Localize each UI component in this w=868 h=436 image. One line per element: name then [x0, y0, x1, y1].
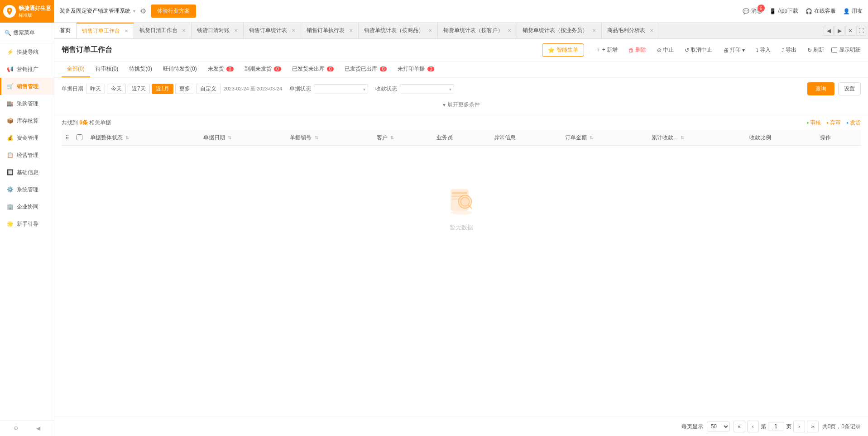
industry-solution-btn[interactable]: 体验行业方案: [151, 5, 196, 18]
show-detail-checkbox[interactable]: 显示明细: [831, 46, 861, 54]
settings-icon[interactable]: ⚙: [14, 425, 19, 431]
tab-product-margin[interactable]: 商品毛利分析表 ✕: [602, 23, 659, 39]
tab-sales-workbench[interactable]: 销售订单工作台 ✕: [77, 23, 134, 39]
sub-tab-wangpu[interactable]: 旺铺待发货(0): [158, 62, 202, 77]
expand-more-btn[interactable]: ▾ 展开更多条件: [443, 101, 480, 109]
tab-summary-product-close[interactable]: ✕: [428, 28, 432, 33]
sidebar-item-ops[interactable]: 📋 经营管理: [0, 147, 54, 164]
delete-btn[interactable]: 🗑 删除: [625, 44, 650, 56]
sidebar-item-base[interactable]: 🔲 基础信息: [0, 164, 54, 181]
page-prev-btn[interactable]: ‹: [747, 421, 759, 432]
filter-date-yesterday[interactable]: 昨天: [86, 84, 105, 94]
sort-status-icon[interactable]: ⇅: [125, 135, 129, 140]
tab-home[interactable]: 首页: [54, 23, 77, 39]
online-service-btn[interactable]: 🎧 在线客服: [806, 7, 836, 15]
sidebar-item-guide[interactable]: 🌟 新手引导: [0, 215, 54, 232]
tab-product-margin-close[interactable]: ✕: [650, 28, 653, 33]
th-checkbox[interactable]: [73, 130, 86, 146]
sidebar-item-system[interactable]: ⚙️ 系统管理: [0, 181, 54, 198]
tab-sales-summary-staff[interactable]: 销货单统计表（按业务员） ✕: [517, 23, 602, 39]
sidebar-item-label: 企业协同: [17, 203, 38, 211]
sub-tab-pending-inspect[interactable]: 待挑货(0): [124, 62, 158, 77]
refresh-btn[interactable]: ↻ 刷新: [804, 44, 828, 56]
sub-tab-all[interactable]: 全部(0): [62, 62, 90, 77]
filter-date-custom[interactable]: 自定义: [196, 84, 221, 94]
tab-summary-customer-close[interactable]: ✕: [508, 28, 511, 33]
tab-maximize[interactable]: ⛶: [856, 26, 866, 36]
app-download-btn[interactable]: 📱 App下载: [769, 7, 798, 15]
sort-customer-icon[interactable]: ⇅: [390, 135, 394, 140]
select-all-checkbox[interactable]: [77, 134, 82, 140]
sidebar-item-corp[interactable]: 🏢 企业协同: [0, 198, 54, 215]
status-select[interactable]: [314, 84, 368, 94]
sub-tab-shipped-not-out[interactable]: 已发货未出库 0: [287, 62, 340, 77]
search-menu-btn[interactable]: 🔍 搜索菜单: [3, 26, 51, 39]
filter-settings-btn[interactable]: 设置: [838, 82, 861, 95]
tab-sales-summary-customer[interactable]: 销货单统计表（按客户） ✕: [438, 23, 517, 39]
tab-scroll-next[interactable]: ▶: [834, 26, 844, 36]
page-next-btn[interactable]: ›: [793, 421, 805, 432]
filter-date-today[interactable]: 今天: [107, 84, 126, 94]
cancel-stop-btn[interactable]: ↺ 取消中止: [681, 44, 716, 56]
payment-select[interactable]: [400, 84, 454, 94]
print-btn[interactable]: 🖨 打印 ▾: [719, 44, 748, 56]
collapse-icon[interactable]: ◀: [36, 425, 40, 431]
tab-scroll-prev[interactable]: ◀: [824, 26, 834, 36]
tab-sales-exec-label: 销售订单执行表: [307, 27, 345, 34]
topbar-gear-icon[interactable]: ⚙: [140, 7, 146, 15]
tab-sales-exec-close[interactable]: ✕: [349, 28, 353, 33]
sidebar-item-label: 销售管理: [17, 83, 38, 90]
sub-tab-not-printed[interactable]: 未打印单据 0: [392, 62, 440, 77]
message-btn[interactable]: 💬 消息 6: [743, 7, 762, 15]
page-input[interactable]: [768, 422, 784, 431]
stop-btn[interactable]: ⊘ 中止: [653, 44, 677, 56]
filter-date-7days[interactable]: 近7天: [128, 84, 150, 94]
title-dropdown-arrow[interactable]: ▾: [133, 9, 135, 14]
bulk-ship-btn[interactable]: 发货: [846, 119, 861, 127]
sidebar-item-quick-nav[interactable]: ⚡ 快捷导航: [0, 43, 54, 61]
page-header: 销售订单工作台 ⭐ 智能生单 ＋ + 新增 🗑 删除 ⊘ 中止: [54, 39, 868, 62]
bulk-review-btn[interactable]: 审核: [806, 119, 821, 127]
tab-close-all[interactable]: ✕: [845, 26, 855, 36]
page-last-btn[interactable]: »: [807, 421, 819, 432]
sidebar-item-label: 库存核算: [17, 117, 38, 125]
tab-sales-stats[interactable]: 销售订单统计表 ✕: [244, 23, 301, 39]
show-detail-input[interactable]: [831, 47, 837, 53]
sub-tab-shipped-out[interactable]: 已发货已出库 0: [339, 62, 392, 77]
page-size-select[interactable]: 50 20 100: [707, 422, 730, 431]
tab-summary-staff-label: 销货单统计表（按业务员）: [523, 27, 588, 34]
tab-cash-reconcile[interactable]: 钱货日清对账 ✕: [192, 23, 244, 39]
filter-date-1month[interactable]: 近1月: [152, 84, 174, 94]
query-btn[interactable]: 查询: [807, 82, 834, 95]
sub-tab-not-shipped[interactable]: 未发货 0: [202, 62, 239, 77]
page-first-btn[interactable]: «: [734, 421, 745, 432]
filter-date-more[interactable]: 更多: [175, 84, 194, 94]
sidebar-item-marketing[interactable]: 📢 营销推广: [0, 61, 54, 78]
smart-create-btn[interactable]: ⭐ 智能生单: [542, 43, 584, 57]
sort-date-icon[interactable]: ⇅: [228, 135, 231, 140]
tab-sales-summary-product[interactable]: 销货单统计表（按商品） ✕: [359, 23, 438, 39]
sidebar-item-sales[interactable]: 🛒 销售管理: [0, 78, 54, 95]
sub-tab-pending-review[interactable]: 待审核(0): [90, 62, 124, 77]
sort-amount-icon[interactable]: ⇅: [590, 135, 593, 140]
sidebar-item-purchase[interactable]: 🏬 采购管理: [0, 95, 54, 112]
user-menu-btn[interactable]: 👤 用友: [843, 7, 863, 15]
tab-sales-workbench-close[interactable]: ✕: [125, 28, 128, 33]
tab-sales-stats-close[interactable]: ✕: [292, 28, 295, 33]
topbar: 装备及固定资产辅助管理系统 ▾ ⚙ 体验行业方案 💬 消息 6 📱 App下载 …: [54, 0, 868, 23]
sub-tab-overdue-ship[interactable]: 到期未发货 0: [239, 62, 287, 77]
export-btn[interactable]: ⤴ 导出: [778, 44, 800, 56]
tab-cash-reconcile-close[interactable]: ✕: [234, 28, 238, 33]
tab-summary-staff-close[interactable]: ✕: [592, 28, 596, 33]
new-btn[interactable]: ＋ + 新增: [592, 44, 621, 56]
sort-number-icon[interactable]: ⇅: [315, 135, 318, 140]
sidebar-item-finance[interactable]: 💰 资金管理: [0, 129, 54, 147]
bulk-cancel-review-btn[interactable]: 弃审: [826, 119, 841, 127]
sidebar-item-inventory[interactable]: 📦 库存核算: [0, 112, 54, 129]
tab-sales-exec[interactable]: 销售订单执行表 ✕: [301, 23, 359, 39]
sort-collected-icon[interactable]: ⇅: [681, 135, 684, 140]
import-btn[interactable]: ⤵ 导入: [752, 44, 774, 56]
tab-cash-daily-close[interactable]: ✕: [182, 28, 186, 33]
tab-summary-product-label: 销货单统计表（按商品）: [364, 27, 424, 34]
tab-cash-daily[interactable]: 钱货日清工作台 ✕: [134, 23, 192, 39]
